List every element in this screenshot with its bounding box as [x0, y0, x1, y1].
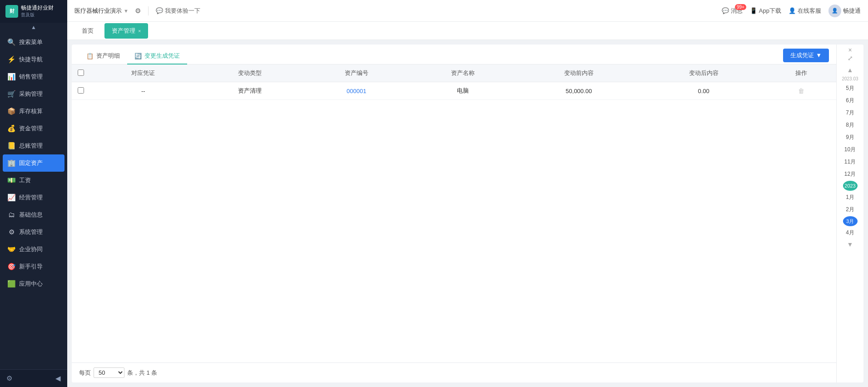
sidebar-icon-salary: 💵 — [7, 176, 15, 184]
sidebar-item-quicknav[interactable]: ⚡快捷导航 — [0, 51, 67, 68]
username: 畅捷通 — [843, 7, 861, 15]
asset-table: 对应凭证 变动类型 资产编号 资产名称 变动前内容 变动后内容 操作 -- 资产… — [72, 64, 836, 100]
timeline-month-5月[interactable]: 5月 — [842, 82, 858, 94]
sidebar-collapse-button[interactable]: ◀ — [55, 374, 61, 382]
app-download-label: App下载 — [759, 7, 781, 15]
col-voucher: 对应凭证 — [90, 64, 197, 82]
row-checkbox[interactable] — [78, 87, 84, 94]
delete-button[interactable]: 🗑 — [798, 87, 804, 94]
timeline-month-7月[interactable]: 7月 — [842, 107, 858, 119]
sidebar-icon-basic: 🗂 — [7, 211, 15, 218]
timeline-months-2023: 1月2月3月4月 — [843, 191, 858, 239]
inner-content: 📋 资产明细 🔄 变更生成凭证 生成凭证 ▼ — [72, 45, 836, 382]
topbar-settings-button[interactable]: ⚙ — [135, 7, 141, 15]
timeline-month-2023-2月[interactable]: 2月 — [843, 203, 858, 216]
sidebar-icon-search: 🔍 — [7, 38, 15, 46]
change-voucher-icon: 🔄 — [134, 53, 142, 60]
sidebar-label-operations: 经营管理 — [19, 194, 43, 202]
timeline-close-button[interactable]: × — [848, 46, 852, 54]
sidebar-icon-apps: 🟩 — [7, 280, 15, 288]
sidebar-icon-funds: 💰 — [7, 124, 15, 133]
app-download-button[interactable]: 📱 App下载 — [750, 7, 781, 15]
message-button[interactable]: 💬 消息 99+ — [722, 7, 743, 15]
timeline-month-2023-1月[interactable]: 1月 — [843, 191, 858, 203]
sidebar-icon-sales: 📊 — [7, 73, 15, 81]
generate-chevron-icon: ▼ — [816, 52, 822, 59]
sidebar-item-salary[interactable]: 💵工资 — [0, 172, 67, 189]
tab-change-voucher-label: 变更生成凭证 — [144, 52, 180, 60]
sidebar-icon-ledger: 📒 — [7, 142, 15, 150]
sidebar-item-funds[interactable]: 💰资金管理 — [0, 120, 67, 137]
sidebar-scroll-up[interactable]: ▲ — [0, 23, 67, 32]
sidebar-label-purchase: 采购管理 — [19, 90, 43, 98]
tab-asset-management-label: 资产管理 — [112, 27, 135, 35]
sidebar-label-apps: 应用中心 — [19, 280, 43, 288]
sidebar-item-sales[interactable]: 📊销售管理 — [0, 68, 67, 85]
sidebar: 财 畅捷通好业财 普及版 ▲ 🔍搜索菜单⚡快捷导航📊销售管理🛒采购管理📦库存核算… — [0, 0, 67, 387]
asset-detail-icon: 📋 — [86, 53, 94, 60]
sidebar-icon-purchase: 🛒 — [7, 90, 15, 98]
sidebar-label-search: 搜索菜单 — [19, 38, 43, 46]
timeline-month-9月[interactable]: 9月 — [842, 131, 858, 144]
generate-voucher-label: 生成凭证 — [790, 51, 814, 60]
tabs-bar: 首页 资产管理 × — [67, 22, 868, 40]
sidebar-item-fixedassets[interactable]: 🏢固定资产 — [3, 154, 64, 172]
sidebar-icon-system: ⚙ — [7, 228, 15, 236]
timeline-scroll-down[interactable]: ▼ — [845, 239, 855, 250]
timeline-month-8月[interactable]: 8月 — [842, 119, 858, 131]
timeline-expand-button[interactable]: ⤢ — [848, 55, 853, 62]
col-asset-name: 资产名称 — [410, 64, 516, 82]
sidebar-label-funds: 资金管理 — [19, 124, 43, 133]
tab-asset-management[interactable]: 资产管理 × — [104, 23, 148, 39]
sidebar-item-enterprise[interactable]: 🤝企业协同 — [0, 241, 67, 258]
generate-voucher-button[interactable]: 生成凭证 ▼ — [783, 49, 829, 62]
company-name: 医疗器械行业演示 — [74, 7, 122, 15]
per-page-select[interactable]: 102050100 — [94, 367, 124, 378]
sidebar-item-operations[interactable]: 📈经营管理 — [0, 189, 67, 206]
row-before-change: 50,000.00 — [516, 82, 641, 100]
main-area: 医疗器械行业演示 ▼ ⚙ 💬 我要体验一下 💬 消息 99+ 📱 App下载 👤… — [67, 0, 868, 387]
timeline-year-header: 2023.03 — [840, 75, 860, 82]
online-service-button[interactable]: 👤 在线客服 — [789, 7, 821, 15]
timeline-month-11月[interactable]: 11月 — [842, 156, 858, 168]
sidebar-item-basic[interactable]: 🗂基础信息 — [0, 206, 67, 223]
sidebar-item-system[interactable]: ⚙系统管理 — [0, 223, 67, 241]
timeline-month-12月[interactable]: 12月 — [842, 168, 858, 180]
avatar: 👤 — [828, 5, 841, 17]
topbar-feedback[interactable]: 💬 我要体验一下 — [156, 7, 200, 15]
sidebar-item-apps[interactable]: 🟩应用中心 — [0, 275, 67, 293]
tab-home[interactable]: 首页 — [74, 23, 101, 39]
sidebar-item-purchase[interactable]: 🛒采购管理 — [0, 85, 67, 103]
timeline-month-2023-4月[interactable]: 4月 — [843, 227, 858, 239]
message-badge: 99+ — [735, 4, 746, 10]
sidebar-item-inventory[interactable]: 📦库存核算 — [0, 103, 67, 120]
timeline-scroll-up[interactable]: ▲ — [845, 64, 855, 75]
sidebar-item-ledger[interactable]: 📒总账管理 — [0, 137, 67, 154]
tab-close-icon[interactable]: × — [138, 28, 141, 34]
table-row: -- 资产清理 000001 电脑 50,000.00 0.00 🗑 — [72, 82, 836, 100]
timeline-month-10月[interactable]: 10月 — [842, 144, 858, 156]
tab-asset-detail[interactable]: 📋 资产明细 — [79, 48, 127, 64]
sidebar-label-guide: 新手引导 — [19, 263, 43, 271]
topbar: 医疗器械行业演示 ▼ ⚙ 💬 我要体验一下 💬 消息 99+ 📱 App下载 👤… — [67, 0, 868, 22]
topbar-divider — [148, 6, 149, 15]
sidebar-item-guide[interactable]: 🎯新手引导 — [0, 258, 67, 275]
timeline-year-2023[interactable]: 2023 — [843, 181, 858, 191]
tab-change-voucher[interactable]: 🔄 变更生成凭证 — [127, 48, 187, 64]
sidebar-icon-quicknav: ⚡ — [7, 55, 15, 64]
sidebar-settings-button[interactable]: ⚙ — [6, 374, 12, 382]
feedback-icon: 💬 — [156, 7, 163, 14]
sidebar-label-ledger: 总账管理 — [19, 142, 43, 150]
row-asset-no: 000001 — [303, 82, 410, 100]
table-wrapper: 对应凭证 变动类型 资产编号 资产名称 变动前内容 变动后内容 操作 -- 资产… — [72, 64, 836, 362]
select-all-checkbox[interactable] — [78, 69, 84, 76]
row-after-change: 0.00 — [641, 82, 766, 100]
company-selector[interactable]: 医疗器械行业演示 ▼ — [74, 7, 129, 15]
logo-text: 畅捷通好业财 — [21, 5, 54, 12]
timeline-month-6月[interactable]: 6月 — [842, 94, 858, 107]
online-service-label: 在线客服 — [798, 7, 821, 15]
sidebar-item-search[interactable]: 🔍搜索菜单 — [0, 34, 67, 51]
timeline-month-2023-3月[interactable]: 3月 — [843, 216, 858, 226]
user-profile[interactable]: 👤 畅捷通 — [828, 5, 861, 17]
topbar-right: 💬 消息 99+ 📱 App下载 👤 在线客服 👤 畅捷通 — [722, 5, 861, 17]
